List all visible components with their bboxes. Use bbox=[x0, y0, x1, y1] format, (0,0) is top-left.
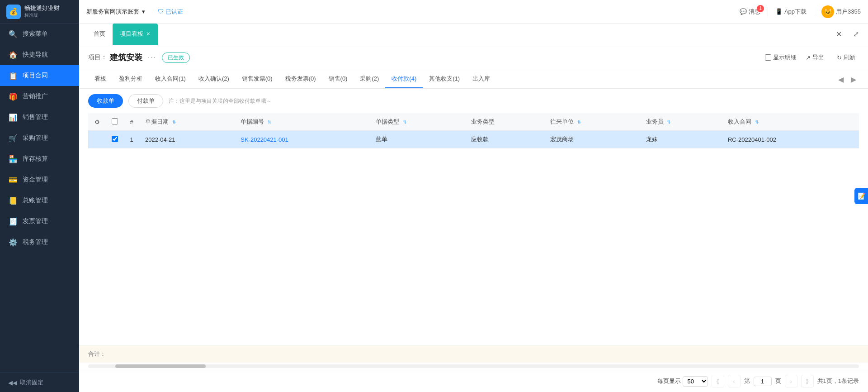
table-scrollbar[interactable] bbox=[79, 363, 868, 370]
page-total: 共1页，1条记录 bbox=[817, 377, 859, 385]
subtab-income-contract[interactable]: 收入合同(1) bbox=[149, 70, 192, 88]
sidebar-item-label-invoice: 发票管理 bbox=[23, 217, 48, 225]
marketing-icon: 🎁 bbox=[8, 91, 18, 101]
subtab-tax-invoice[interactable]: 税务发票(0) bbox=[279, 70, 322, 88]
page-size-selector[interactable]: 每页显示 10 20 50 100 bbox=[657, 376, 708, 387]
sidebar-item-ledger[interactable]: 📒 总账管理 bbox=[0, 190, 79, 211]
data-table: ⚙ # 单据日期 ⇅ 单据编号 ⇅ 单据类型 ⇅ 业务类型 往来单位 ⇅ 业务员… bbox=[88, 113, 859, 148]
td-type-0: 蓝单 bbox=[370, 131, 466, 148]
th-settings[interactable]: ⚙ bbox=[88, 113, 106, 131]
sidebar-item-project-contract[interactable]: 📋 项目合同 bbox=[0, 65, 79, 86]
th-income-contract[interactable]: 收入合同 ⇅ bbox=[722, 113, 859, 131]
sidebar-item-marketing[interactable]: 🎁 营销推广 bbox=[0, 86, 79, 107]
th-salesperson[interactable]: 业务员 ⇅ bbox=[641, 113, 722, 131]
td-checkbox-0[interactable] bbox=[106, 131, 123, 148]
user-menu[interactable]: 🐱 用户3355 bbox=[821, 5, 861, 18]
first-page-button[interactable]: ⟪ bbox=[712, 375, 724, 387]
subtab-profit[interactable]: 盈利分析 bbox=[113, 70, 149, 88]
topbar-divider-2 bbox=[814, 7, 814, 16]
pill-note: 注：这里是与项目关联的全部收付款单哦～ bbox=[169, 97, 272, 105]
subtab-bar: 看板 盈利分析 收入合同(1) 收入确认(2) 销售发票(0) 税务发票(0) … bbox=[79, 70, 868, 89]
tab-project-board[interactable]: 项目看板 ✕ bbox=[113, 24, 158, 45]
row-checkbox-0[interactable] bbox=[112, 136, 118, 142]
sidebar-item-invoice[interactable]: 🧾 发票管理 bbox=[0, 211, 79, 232]
sidebar-item-inventory[interactable]: 🏪 库存核算 bbox=[0, 148, 79, 169]
right-float-button[interactable]: 📝 bbox=[854, 188, 868, 204]
pill-tab-receipt[interactable]: 收款单 bbox=[88, 94, 123, 108]
topbar-divider-1 bbox=[768, 7, 768, 16]
sort-code-icon: ⇅ bbox=[268, 120, 271, 124]
message-icon: 💬 bbox=[740, 8, 747, 15]
account-selector[interactable]: 新服务官网演示账套 ▾ bbox=[86, 8, 145, 16]
tabbar-actions: ✕ ⤢ bbox=[832, 28, 868, 41]
sort-type-icon: ⇅ bbox=[403, 120, 406, 124]
project-header-actions: 显示明细 ↗ 导出 ↻ 刷新 bbox=[765, 52, 859, 63]
subtab-sales-invoice[interactable]: 销售发票(0) bbox=[236, 70, 279, 88]
table-row[interactable]: 1 2022-04-21 SK-20220421-001 蓝单 应收款 宏茂商场… bbox=[88, 131, 859, 148]
th-checkbox[interactable] bbox=[106, 113, 123, 131]
th-code[interactable]: 单据编号 ⇅ bbox=[235, 113, 370, 131]
per-page-select[interactable]: 10 20 50 100 bbox=[683, 376, 708, 387]
th-partner[interactable]: 往来单位 ⇅ bbox=[545, 113, 640, 131]
maximize-window-button[interactable]: ⤢ bbox=[849, 28, 863, 41]
table-body: 1 2022-04-21 SK-20220421-001 蓝单 应收款 宏茂商场… bbox=[88, 131, 859, 148]
right-float-icon: 📝 bbox=[858, 192, 865, 200]
close-window-button[interactable]: ✕ bbox=[832, 28, 845, 41]
subtab-next-button[interactable]: ▶ bbox=[848, 73, 859, 86]
topbar-right: 💬 消息 1 📱 App下载 🐱 用户3355 bbox=[740, 5, 861, 18]
account-name: 新服务官网演示账套 bbox=[86, 8, 139, 16]
table-header-row: ⚙ # 单据日期 ⇅ 单据编号 ⇅ 单据类型 ⇅ 业务类型 往来单位 ⇅ 业务员… bbox=[88, 113, 859, 131]
subtab-income-confirm[interactable]: 收入确认(2) bbox=[192, 70, 236, 88]
show-detail-checkbox[interactable] bbox=[765, 54, 771, 61]
th-type[interactable]: 单据类型 ⇅ bbox=[370, 113, 466, 131]
sidebar-item-purchase[interactable]: 🛒 采购管理 bbox=[0, 128, 79, 148]
ledger-icon: 📒 bbox=[8, 196, 18, 206]
sidebar-item-sales[interactable]: 📊 销售管理 bbox=[0, 107, 79, 128]
select-all-checkbox[interactable] bbox=[112, 118, 118, 124]
export-button[interactable]: ↗ 导出 bbox=[802, 52, 828, 63]
chevron-down-icon: ▾ bbox=[142, 8, 145, 15]
pin-icon: ◀◀ bbox=[8, 379, 17, 386]
prev-page-button[interactable]: ‹ bbox=[728, 375, 741, 387]
sidebar-item-label-funds: 资金管理 bbox=[23, 176, 48, 184]
main-content: 新服务官网演示账套 ▾ 🛡 已认证 💬 消息 1 📱 App下载 🐱 用 bbox=[79, 0, 868, 392]
subtab-sales[interactable]: 销售(0) bbox=[322, 70, 354, 88]
pill-tab-payment[interactable]: 付款单 bbox=[128, 94, 163, 108]
refresh-button[interactable]: ↻ 刷新 bbox=[833, 52, 859, 63]
subtab-kanban[interactable]: 看板 bbox=[88, 70, 113, 88]
th-date[interactable]: 单据日期 ⇅ bbox=[140, 113, 235, 131]
sidebar-item-funds[interactable]: 💳 资金管理 bbox=[0, 169, 79, 190]
cancel-fixed-button[interactable]: ◀◀ 取消固定 bbox=[0, 373, 79, 392]
app-download-button[interactable]: 📱 App下载 bbox=[775, 8, 807, 16]
page-number-input[interactable] bbox=[754, 377, 772, 386]
subtab-purchase[interactable]: 采购(2) bbox=[354, 70, 385, 88]
subtab-prev-button[interactable]: ◀ bbox=[835, 73, 846, 86]
td-settings-0 bbox=[88, 131, 106, 148]
app-name: 畅捷通好业财 bbox=[24, 5, 60, 12]
sidebar-item-label-inventory: 库存核算 bbox=[23, 155, 48, 163]
invoice-icon: 🧾 bbox=[8, 216, 18, 226]
row-code-link-0[interactable]: SK-20220421-001 bbox=[241, 136, 288, 143]
message-button[interactable]: 💬 消息 1 bbox=[740, 8, 760, 16]
export-icon: ↗ bbox=[806, 54, 811, 61]
show-detail-label[interactable]: 显示明细 bbox=[765, 53, 797, 62]
inventory-icon: 🏪 bbox=[8, 154, 18, 164]
subtab-payment[interactable]: 收付款(4) bbox=[385, 70, 423, 88]
table-container: ⚙ # 单据日期 ⇅ 单据编号 ⇅ 单据类型 ⇅ 业务类型 往来单位 ⇅ 业务员… bbox=[79, 113, 868, 345]
next-page-button[interactable]: › bbox=[785, 375, 797, 387]
tab-close-icon[interactable]: ✕ bbox=[146, 31, 151, 37]
td-partner-0: 宏茂商场 bbox=[545, 131, 640, 148]
subtab-inout[interactable]: 出入库 bbox=[466, 70, 496, 88]
sidebar-item-search[interactable]: 🔍 搜索菜单 bbox=[0, 24, 79, 44]
subtab-other-expense[interactable]: 其他收支(1) bbox=[423, 70, 466, 88]
sidebar-item-label-search: 搜索菜单 bbox=[23, 30, 48, 38]
horizontal-scrollbar-thumb[interactable] bbox=[115, 364, 206, 368]
sidebar-item-tax[interactable]: ⚙️ 税务管理 bbox=[0, 232, 79, 253]
tab-home[interactable]: 首页 bbox=[86, 24, 113, 45]
content-area: 项目： 建筑安装 ··· 已生效 显示明细 ↗ 导出 ↻ 刷新 bbox=[79, 45, 868, 392]
purchase-icon: 🛒 bbox=[8, 133, 18, 143]
more-options-button[interactable]: ··· bbox=[148, 53, 156, 62]
sidebar-item-quick-nav[interactable]: 🏠 快捷导航 bbox=[0, 44, 79, 65]
last-page-button[interactable]: ⟫ bbox=[801, 375, 814, 387]
td-code-0[interactable]: SK-20220421-001 bbox=[235, 131, 370, 148]
